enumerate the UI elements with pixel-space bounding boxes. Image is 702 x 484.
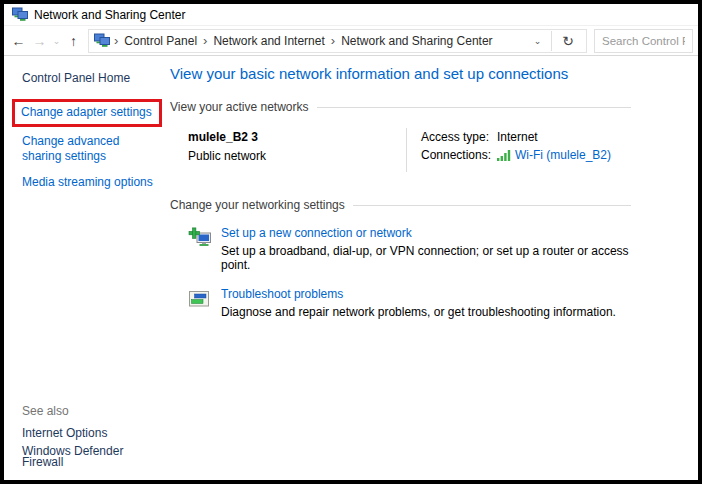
connections-row: Connections: Wi-Fi (mulele_B2) bbox=[421, 148, 611, 162]
active-network-row: mulele_B2 3 Public network Access type: … bbox=[188, 128, 631, 172]
up-button[interactable]: ↑ bbox=[63, 29, 84, 53]
refresh-icon[interactable]: ↻ bbox=[552, 33, 584, 49]
window-body: Control Panel Home Change adapter settin… bbox=[4, 56, 698, 484]
navigation-bar: ← → ⌄ ↑ › Control Panel › Network and In… bbox=[4, 26, 698, 56]
title-bar: Network and Sharing Center bbox=[4, 4, 698, 26]
main-content: View your basic network information and … bbox=[166, 56, 698, 484]
set-up-new-connection-link[interactable]: Set up a new connection or network bbox=[221, 226, 631, 240]
page-title: View your basic network information and … bbox=[170, 65, 631, 82]
access-type-label: Access type: bbox=[421, 130, 497, 144]
sidebar-item-change-adapter-settings[interactable]: Change adapter settings bbox=[21, 105, 152, 120]
window-title: Network and Sharing Center bbox=[34, 8, 185, 22]
troubleshoot-problems-link[interactable]: Troubleshoot problems bbox=[221, 287, 616, 301]
wifi-signal-icon bbox=[497, 150, 511, 161]
set-up-new-connection-description: Set up a broadband, dial-up, or VPN conn… bbox=[221, 244, 631, 272]
network-name: mulele_B2 3 bbox=[188, 130, 406, 144]
search-box bbox=[594, 29, 693, 53]
new-connection-icon bbox=[188, 227, 212, 251]
troubleshoot-icon bbox=[188, 288, 212, 312]
breadcrumb-item-network-and-internet[interactable]: Network and Internet bbox=[211, 34, 326, 48]
sidebar: Control Panel Home Change adapter settin… bbox=[4, 56, 166, 484]
sidebar-item-media-streaming-options[interactable]: Media streaming options bbox=[22, 175, 166, 190]
access-type-row: Access type: Internet bbox=[421, 130, 611, 144]
recent-pages-chevron-icon[interactable]: ⌄ bbox=[50, 29, 63, 53]
access-type-value: Internet bbox=[497, 130, 538, 144]
back-button[interactable]: ← bbox=[8, 29, 29, 53]
active-networks-section-header: View your active networks bbox=[170, 100, 631, 114]
troubleshoot-problems-description: Diagnose and repair network problems, or… bbox=[221, 305, 616, 319]
search-input[interactable] bbox=[595, 30, 692, 52]
breadcrumb-item-control-panel[interactable]: Control Panel bbox=[122, 34, 199, 48]
address-dropdown-chevron-icon[interactable]: ⌄ bbox=[524, 36, 552, 46]
task-set-up-new-connection: Set up a new connection or network Set u… bbox=[188, 226, 631, 272]
networking-settings-label: Change your networking settings bbox=[170, 198, 345, 212]
section-divider bbox=[317, 107, 631, 108]
address-bar[interactable]: › Control Panel › Network and Internet ›… bbox=[88, 29, 587, 53]
breadcrumb-chevron-icon: › bbox=[327, 33, 339, 48]
see-also-section: See also Internet Options Windows Defend… bbox=[22, 404, 166, 475]
network-icon bbox=[12, 7, 28, 23]
task-text: Troubleshoot problems Diagnose and repai… bbox=[221, 287, 616, 319]
red-highlight-annotation: Change adapter settings bbox=[12, 99, 162, 127]
see-also-heading: See also bbox=[22, 404, 166, 418]
sidebar-item-change-advanced-sharing-settings[interactable]: Change advanced sharing settings bbox=[22, 134, 140, 164]
task-text: Set up a new connection or network Set u… bbox=[221, 226, 631, 272]
network-identity: mulele_B2 3 Public network bbox=[188, 128, 406, 172]
breadcrumb-chevron-icon: › bbox=[199, 33, 211, 48]
network-sharing-center-window: Network and Sharing Center ← → ⌄ ↑ › Con… bbox=[0, 0, 702, 484]
sidebar-item-windows-defender-firewall[interactable]: Windows Defender Firewall bbox=[22, 446, 166, 468]
sidebar-item-internet-options[interactable]: Internet Options bbox=[22, 428, 166, 439]
sidebar-item-control-panel-home[interactable]: Control Panel Home bbox=[22, 71, 166, 85]
network-details: Access type: Internet Connections: bbox=[406, 128, 611, 172]
wifi-connection-link[interactable]: Wi-Fi (mulele_B2) bbox=[515, 148, 611, 162]
network-type: Public network bbox=[188, 149, 406, 163]
connections-label: Connections: bbox=[421, 148, 497, 162]
breadcrumb-item-network-and-sharing-center[interactable]: Network and Sharing Center bbox=[339, 34, 494, 48]
task-troubleshoot-problems: Troubleshoot problems Diagnose and repai… bbox=[188, 287, 631, 319]
forward-button[interactable]: → bbox=[29, 29, 50, 53]
section-divider bbox=[353, 205, 631, 206]
network-icon bbox=[94, 33, 110, 49]
breadcrumb-chevron-icon: › bbox=[110, 33, 122, 48]
active-networks-label: View your active networks bbox=[170, 100, 309, 114]
networking-settings-section-header: Change your networking settings bbox=[170, 198, 631, 212]
